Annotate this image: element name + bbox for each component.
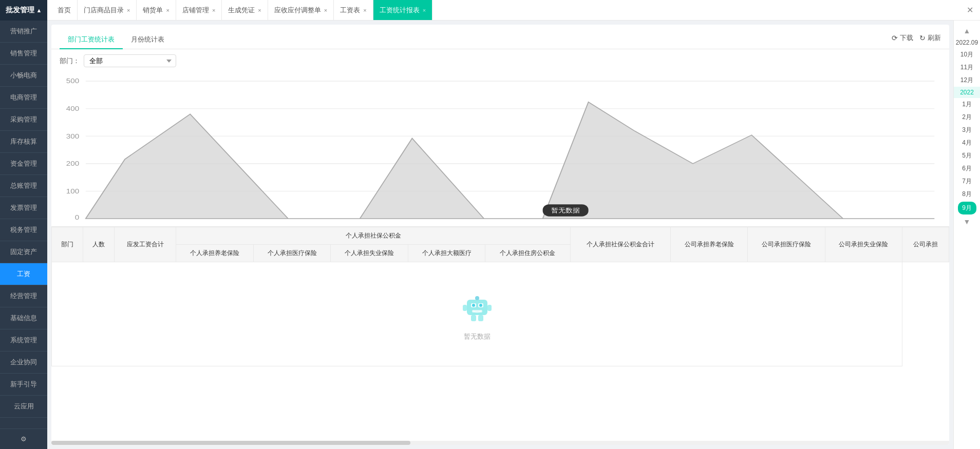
tab-receivable[interactable]: 应收应付调整单 ×	[268, 0, 334, 21]
download-button[interactable]: ⟳ 下载	[892, 33, 913, 43]
svg-text:暂无数据: 暂无数据	[551, 207, 580, 214]
sidebar-item-enterprise[interactable]: 企业协同	[0, 352, 47, 374]
timeline-month-apr[interactable]: 4月	[954, 136, 980, 149]
sub-tab-dept-stats[interactable]: 部门工资统计表	[60, 31, 123, 49]
horizontal-scrollbar[interactable]	[51, 441, 949, 445]
no-data-text: 暂无数据	[464, 332, 491, 341]
sidebar-item-finance[interactable]: 资金管理	[0, 153, 47, 175]
sub-tab-dept-stats-label: 部门工资统计表	[68, 35, 115, 43]
sidebar-item-ecommerce-small[interactable]: 小畅电商	[0, 65, 47, 87]
sidebar-settings-button[interactable]: ⚙	[0, 428, 47, 449]
timeline-up-button[interactable]: ▲	[962, 25, 973, 37]
sidebar-item-label: 税务管理	[10, 226, 37, 233]
tab-payroll-table-close[interactable]: ×	[363, 7, 366, 13]
sidebar-item-label: 总账管理	[10, 182, 37, 189]
sidebar-item-cloud[interactable]: 云应用	[0, 396, 47, 418]
col-company-unemployment: 公司承担失业保险	[825, 227, 902, 262]
svg-text:500: 500	[66, 77, 80, 85]
sidebar-item-label: 小畅电商	[10, 71, 37, 79]
timeline-month-dec[interactable]: 12月	[954, 74, 980, 87]
sidebar-item-operations[interactable]: 经营管理	[0, 285, 47, 307]
timeline-month-oct[interactable]: 10月	[954, 48, 980, 61]
sidebar-item-tax[interactable]: 税务管理	[0, 219, 47, 241]
sidebar-item-payroll[interactable]: 工资	[0, 263, 47, 285]
sidebar-header[interactable]: 批发管理 ▲	[0, 0, 47, 21]
active-indicator	[46, 263, 47, 285]
tab-payroll-table[interactable]: 工资表 ×	[334, 0, 373, 21]
data-table: 部门 人数 应发工资合计 个人承担社保公积金 个人承担社保公积金合计 公司承担养…	[51, 227, 949, 366]
sidebar-item-sales[interactable]: 销售管理	[0, 43, 47, 65]
timeline-month-nov[interactable]: 11月	[954, 61, 980, 74]
col-headcount: 人数	[83, 227, 114, 262]
tab-payroll-report[interactable]: 工资统计报表 ×	[373, 0, 432, 21]
sidebar-item-ecommerce[interactable]: 电商管理	[0, 87, 47, 109]
sidebar-item-inventory[interactable]: 库存核算	[0, 131, 47, 153]
sidebar-item-purchase[interactable]: 采购管理	[0, 109, 47, 131]
sidebar-item-label: 企业协同	[10, 358, 37, 366]
svg-rect-23	[478, 315, 483, 321]
refresh-icon: ↻	[919, 34, 926, 42]
close-all-tabs-button[interactable]: ✕	[964, 4, 976, 16]
filter-toolbar: 部门： 全部	[51, 49, 949, 72]
timeline-month-mar[interactable]: 3月	[954, 124, 980, 136]
svg-text:100: 100	[66, 187, 80, 195]
col-company-medical: 公司承担医疗保险	[748, 227, 825, 262]
no-data-robot-icon	[457, 287, 498, 328]
sidebar-item-accounting[interactable]: 总账管理	[0, 175, 47, 197]
table-wrapper: 部门 人数 应发工资合计 个人承担社保公积金 个人承担社保公积金合计 公司承担养…	[51, 226, 949, 441]
tab-receivable-close[interactable]: ×	[324, 7, 327, 13]
timeline-month-aug[interactable]: 8月	[954, 188, 980, 201]
tab-home[interactable]: 首页	[51, 0, 78, 21]
timeline-month-jun[interactable]: 6月	[954, 162, 980, 175]
refresh-button[interactable]: ↻ 刷新	[919, 33, 941, 43]
sidebar-collapse-icon[interactable]: ▲	[36, 7, 42, 13]
svg-marker-12	[86, 102, 934, 219]
col-company-other: 公司承担	[902, 227, 949, 262]
col-total-wage: 应发工资合计	[114, 227, 176, 262]
timeline-month-jul[interactable]: 7月	[954, 175, 980, 188]
tab-voucher-close[interactable]: ×	[258, 7, 261, 13]
area-chart: 500 400 300 200 100 0	[60, 72, 941, 226]
col-personal-housing-fund: 个人承担住房公积金	[485, 245, 570, 262]
sidebar-item-invoice[interactable]: 发票管理	[0, 197, 47, 219]
page-content: 部门工资统计表 月份统计表 ⟳ 下载 ↻ 刷新	[51, 25, 949, 445]
tab-voucher[interactable]: 生成凭证 ×	[222, 0, 268, 21]
svg-rect-21	[487, 305, 492, 311]
timeline-panel: ▲ 2022.09 10月 11月 12月 2022 1月 2月 3月 4月 5…	[953, 21, 980, 449]
tab-payroll-report-close[interactable]: ×	[423, 7, 426, 13]
tab-store-mgmt-close[interactable]: ×	[212, 7, 215, 13]
tab-sales-order-close[interactable]: ×	[166, 7, 169, 13]
sidebar-item-label: 系统管理	[10, 336, 37, 344]
tab-product-catalog[interactable]: 门店商品目录 ×	[78, 0, 137, 21]
chart-area: 500 400 300 200 100 0	[51, 72, 949, 226]
sub-tab-month-stats[interactable]: 月份统计表	[123, 31, 173, 49]
svg-point-25	[479, 304, 482, 307]
sidebar-item-label: 采购管理	[10, 115, 37, 123]
refresh-label: 刷新	[928, 33, 941, 43]
timeline-year-2022[interactable]: 2022.09	[954, 37, 980, 48]
scrollbar-thumb[interactable]	[51, 441, 410, 445]
timeline-month-sep[interactable]: 9月	[958, 202, 976, 214]
timeline-month-may[interactable]: 5月	[954, 149, 980, 162]
action-buttons: ⟳ 下载 ↻ 刷新	[892, 33, 941, 47]
dept-filter-select[interactable]: 全部	[84, 54, 176, 67]
sidebar: 批发管理 ▲ 营销推广 销售管理 小畅电商 电商管理 采购管理 库存核算 资金管…	[0, 0, 47, 449]
timeline-month-feb[interactable]: 2月	[954, 111, 980, 124]
sidebar-item-basic-info[interactable]: 基础信息	[0, 307, 47, 329]
tab-product-catalog-close[interactable]: ×	[127, 7, 130, 13]
tab-store-mgmt[interactable]: 店铺管理 ×	[176, 0, 222, 21]
timeline-month-jan[interactable]: 1月	[954, 98, 980, 111]
sidebar-item-fixed-assets[interactable]: 固定资产	[0, 241, 47, 263]
sidebar-item-label: 固定资产	[10, 248, 37, 256]
sub-tabs: 部门工资统计表 月份统计表 ⟳ 下载 ↻ 刷新	[51, 25, 949, 49]
tab-sales-order[interactable]: 销货单 ×	[137, 0, 176, 21]
content-area: 部门工资统计表 月份统计表 ⟳ 下载 ↻ 刷新	[47, 21, 980, 449]
sidebar-item-system[interactable]: 系统管理	[0, 329, 47, 352]
sidebar-item-marketing[interactable]: 营销推广	[0, 21, 47, 43]
svg-text:0: 0	[75, 213, 80, 221]
timeline-down-button[interactable]: ▼	[962, 216, 973, 228]
svg-text:400: 400	[66, 105, 80, 112]
sidebar-item-guide[interactable]: 新手引导	[0, 374, 47, 396]
svg-text:200: 200	[66, 160, 80, 167]
timeline-year-current[interactable]: 2022	[954, 87, 980, 98]
